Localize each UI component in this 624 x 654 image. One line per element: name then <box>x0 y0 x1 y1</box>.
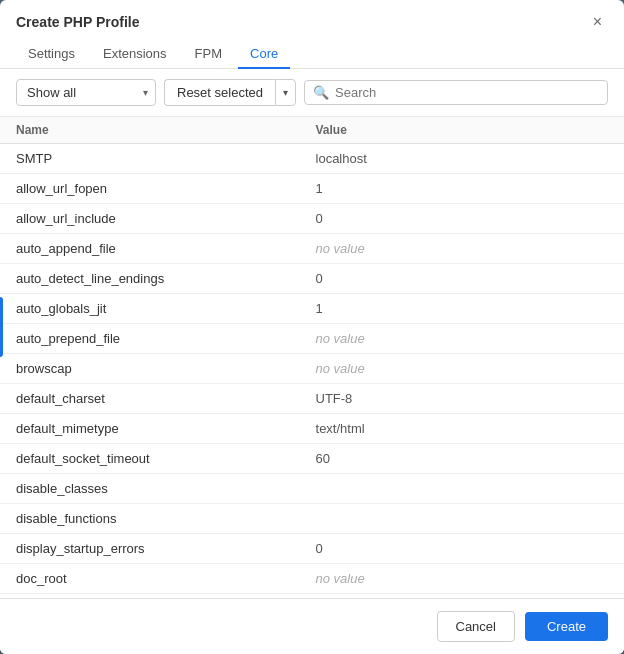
search-input[interactable] <box>335 85 599 100</box>
setting-name: allow_url_fopen <box>0 174 300 204</box>
setting-value[interactable]: 0 <box>300 264 624 294</box>
reset-dropdown-button[interactable]: ▾ <box>275 79 296 106</box>
table-row: auto_detect_line_endings0 <box>0 264 624 294</box>
no-value-indicator: no value <box>316 331 365 346</box>
table-row: disable_classes <box>0 474 624 504</box>
table-row: default_mimetypetext/html <box>0 414 624 444</box>
setting-value[interactable]: UTF-8 <box>300 384 624 414</box>
no-value-indicator: no value <box>316 361 365 376</box>
table-row: auto_prepend_fileno value <box>0 324 624 354</box>
filter-wrapper: Show all Modified Non-default ▾ <box>16 79 156 106</box>
modal-title: Create PHP Profile <box>16 14 139 30</box>
tab-extensions[interactable]: Extensions <box>91 40 179 69</box>
table-row: browscapno value <box>0 354 624 384</box>
table-row: display_startup_errors0 <box>0 534 624 564</box>
search-icon: 🔍 <box>313 85 329 100</box>
setting-name: auto_append_file <box>0 234 300 264</box>
setting-name: default_socket_timeout <box>0 444 300 474</box>
setting-name: disable_functions <box>0 504 300 534</box>
settings-table: Name Value SMTPlocalhostallow_url_fopen1… <box>0 117 624 598</box>
reset-button-group: Reset selected ▾ <box>164 79 296 106</box>
tab-core[interactable]: Core <box>238 40 290 69</box>
setting-value[interactable]: no value <box>300 354 624 384</box>
tab-settings[interactable]: Settings <box>16 40 87 69</box>
setting-name: SMTP <box>0 144 300 174</box>
setting-value[interactable]: 0 <box>300 534 624 564</box>
setting-name: default_charset <box>0 384 300 414</box>
table-row: doc_rootno value <box>0 564 624 594</box>
setting-name: auto_prepend_file <box>0 324 300 354</box>
setting-value[interactable]: 60 <box>300 444 624 474</box>
create-php-profile-modal: Create PHP Profile × Settings Extensions… <box>0 0 624 654</box>
setting-value[interactable]: 0 <box>300 204 624 234</box>
setting-value[interactable]: localhost <box>300 144 624 174</box>
close-button[interactable]: × <box>587 12 608 32</box>
setting-name: default_mimetype <box>0 414 300 444</box>
setting-value[interactable]: no value <box>300 234 624 264</box>
table-row: default_socket_timeout60 <box>0 444 624 474</box>
setting-name: auto_globals_jit <box>0 294 300 324</box>
tab-fpm[interactable]: FPM <box>183 40 234 69</box>
accent-bar <box>0 297 3 357</box>
col-value-header: Value <box>300 117 624 144</box>
setting-name: display_startup_errors <box>0 534 300 564</box>
search-wrapper: 🔍 <box>304 80 608 105</box>
setting-name: auto_detect_line_endings <box>0 264 300 294</box>
reset-selected-button[interactable]: Reset selected <box>164 79 275 106</box>
table-row: auto_append_fileno value <box>0 234 624 264</box>
table-row: disable_functions <box>0 504 624 534</box>
tab-bar: Settings Extensions FPM Core <box>0 32 624 69</box>
col-name-header: Name <box>0 117 300 144</box>
toolbar: Show all Modified Non-default ▾ Reset se… <box>0 69 624 117</box>
setting-value[interactable]: 1 <box>300 294 624 324</box>
setting-name: disable_classes <box>0 474 300 504</box>
setting-value[interactable]: 1 <box>300 174 624 204</box>
setting-value[interactable]: text/html <box>300 414 624 444</box>
table-row: allow_url_include0 <box>0 204 624 234</box>
setting-name: doc_root <box>0 564 300 594</box>
filter-select[interactable]: Show all Modified Non-default <box>16 79 156 106</box>
setting-name: allow_url_include <box>0 204 300 234</box>
settings-table-container: Name Value SMTPlocalhostallow_url_fopen1… <box>0 117 624 598</box>
modal-header: Create PHP Profile × <box>0 0 624 32</box>
table-row: SMTPlocalhost <box>0 144 624 174</box>
no-value-indicator: no value <box>316 241 365 256</box>
table-row: allow_url_fopen1 <box>0 174 624 204</box>
setting-value[interactable] <box>300 504 624 534</box>
setting-value[interactable]: no value <box>300 564 624 594</box>
create-button[interactable]: Create <box>525 612 608 641</box>
setting-name: browscap <box>0 354 300 384</box>
table-row: auto_globals_jit1 <box>0 294 624 324</box>
modal-footer: Cancel Create <box>0 598 624 654</box>
table-row: default_charsetUTF-8 <box>0 384 624 414</box>
cancel-button[interactable]: Cancel <box>437 611 515 642</box>
no-value-indicator: no value <box>316 571 365 586</box>
setting-value[interactable]: no value <box>300 324 624 354</box>
setting-value[interactable] <box>300 474 624 504</box>
